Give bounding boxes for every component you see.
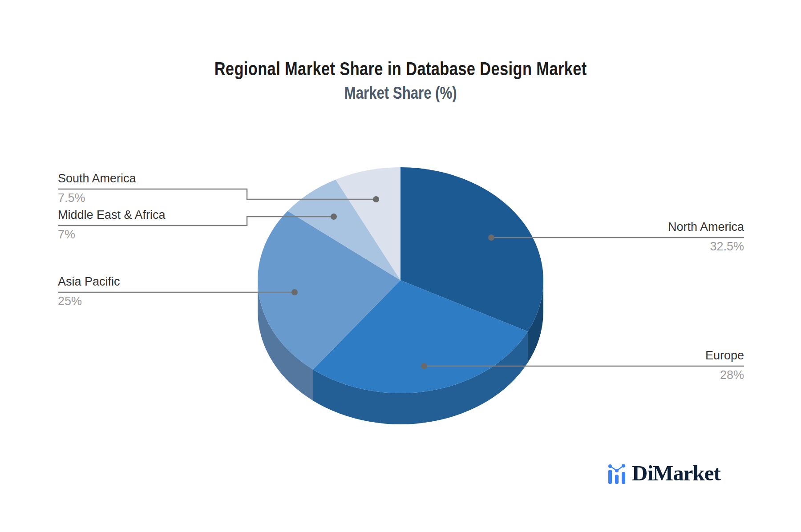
logo: DiMarket [608,462,720,485]
slice-label-value: 28% [720,369,744,381]
slice-label-value: 25% [58,295,82,307]
leader-dot-middle-east-africa [331,214,337,220]
slice-label-name: Middle East & Africa [58,209,166,221]
slice-label-name: South America [58,173,136,185]
callout-europe: Europe 28% [705,350,744,362]
slice-label-value: 32.5% [710,241,744,253]
logo-text: DiMarket [632,462,720,485]
callout-asia-pacific: Asia Pacific 25% [58,276,120,288]
leader-dot-south-america [373,196,379,202]
bar-chart-trend-icon [608,464,626,484]
slice-label-name: Europe [705,350,744,362]
callout-north-america: North America 32.5% [668,221,744,233]
leader-dot-asia-pacific [291,289,298,295]
slice-label-name: Asia Pacific [58,276,120,288]
slice-label-value: 7.5% [58,192,85,204]
pie-top-slices [258,167,543,393]
page: { "header": { "title": "Regional Market … [0,0,801,532]
callout-south-america: South America 7.5% [58,173,136,185]
leader-dot-north-america [488,234,494,241]
leader-dot-europe [421,363,427,369]
slice-label-name: North America [668,221,744,233]
pie-chart-svg [0,0,801,532]
callout-middle-east-africa: Middle East & Africa 7% [58,209,166,221]
slice-label-value: 7% [58,229,75,241]
